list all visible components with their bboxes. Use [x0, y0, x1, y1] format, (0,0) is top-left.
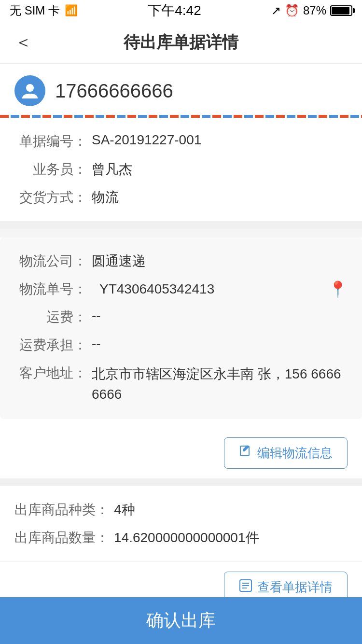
list-icon	[239, 579, 252, 596]
doc-number-value: SA-20191227-001	[92, 132, 348, 148]
freight-bear-value: --	[92, 336, 348, 351]
nav-bar: ＜ 待出库单据详情	[0, 21, 362, 64]
page-title: 待出库单据详情	[124, 31, 238, 54]
logistics-tracking-row: 物流单号： YT43064053424​13 📍	[14, 280, 348, 298]
divider-1	[0, 221, 362, 229]
location-pin-icon[interactable]: 📍	[328, 280, 348, 298]
status-time: 下午4:42	[148, 1, 201, 20]
carrier-label: 无 SIM 卡	[10, 3, 60, 18]
edit-logistics-button[interactable]: 编辑物流信息	[224, 437, 348, 469]
stock-quantity-label: 出库商品数量：	[14, 529, 109, 547]
edit-btn-row: 编辑物流信息	[0, 428, 362, 478]
delivery-method-value: 物流	[92, 188, 348, 207]
logistics-tracking-label: 物流单号：	[14, 280, 87, 298]
edit-icon	[239, 445, 252, 462]
freight-bear-label: 运费承担：	[14, 336, 87, 354]
salesman-value: 曾凡杰	[92, 160, 348, 179]
battery-label: 87%	[303, 4, 326, 17]
dashed-divider	[0, 115, 362, 118]
user-phone: 17666666666	[55, 80, 173, 102]
confirm-outbound-button[interactable]: 确认出库	[0, 609, 362, 632]
delivery-method-label: 交货方式：	[14, 188, 87, 207]
divider-2	[0, 478, 362, 486]
address-value: 北京市市辖区海淀区永丰南 张，156 6666 6666	[92, 364, 348, 405]
logistics-card: 物流公司： 圆通速递 物流单号： YT43064053424​13 📍 运费： …	[0, 238, 362, 419]
status-bar: 无 SIM 卡 📶 下午4:42 ↗ ⏰ 87%	[0, 0, 362, 21]
location-status-icon: ↗	[271, 4, 281, 17]
logistics-section: 物流公司： 圆通速递 物流单号： YT43064053424​13 📍 运费： …	[0, 238, 362, 478]
doc-number-row: 单据编号： SA-20191227-001	[14, 132, 348, 151]
svg-point-0	[26, 84, 34, 92]
stock-types-label: 出库商品种类：	[14, 501, 109, 519]
avatar	[14, 75, 45, 106]
stock-quantity-value: 14.620000000000001件	[114, 529, 348, 547]
battery-fill	[332, 7, 349, 14]
confirm-btn-container: 确认出库	[0, 597, 362, 644]
logistics-tracking-value: YT43064053424​13	[99, 281, 320, 297]
view-detail-label: 查看单据详情	[257, 579, 333, 596]
back-button[interactable]: ＜	[14, 30, 32, 54]
edit-logistics-label: 编辑物流信息	[257, 445, 333, 462]
stock-quantity-row: 出库商品数量： 14.620000000000001件	[14, 529, 348, 547]
status-right: ↗ ⏰ 87%	[271, 4, 352, 17]
wifi-icon: 📶	[65, 4, 78, 17]
stock-info-section: 出库商品种类： 4种 出库商品数量： 14.620000000000001件	[0, 486, 362, 561]
delivery-method-row: 交货方式： 物流	[14, 188, 348, 207]
stock-types-row: 出库商品种类： 4种	[14, 501, 348, 519]
user-header: 17666666666	[0, 64, 362, 118]
address-label: 客户地址：	[14, 364, 87, 382]
battery-icon	[330, 5, 352, 16]
basic-info-section: 单据编号： SA-20191227-001 业务员： 曾凡杰 交货方式： 物流	[0, 118, 362, 221]
logistics-company-label: 物流公司：	[14, 252, 87, 270]
freight-row: 运费： --	[14, 308, 348, 326]
doc-number-label: 单据编号：	[14, 132, 87, 151]
freight-bear-row: 运费承担： --	[14, 336, 348, 354]
freight-value: --	[92, 308, 348, 323]
freight-label: 运费：	[14, 308, 87, 326]
status-left: 无 SIM 卡 📶	[10, 3, 78, 18]
address-row: 客户地址： 北京市市辖区海淀区永丰南 张，156 6666 6666	[14, 364, 348, 405]
salesman-label: 业务员：	[14, 160, 87, 179]
salesman-row: 业务员： 曾凡杰	[14, 160, 348, 179]
logistics-company-row: 物流公司： 圆通速递	[14, 252, 348, 270]
stock-types-value: 4种	[114, 501, 348, 519]
logistics-company-value: 圆通速递	[92, 252, 348, 270]
alarm-icon: ⏰	[285, 4, 299, 17]
page-content: 17666666666 单据编号： SA-20191227-001 业务员： 曾…	[0, 64, 362, 644]
